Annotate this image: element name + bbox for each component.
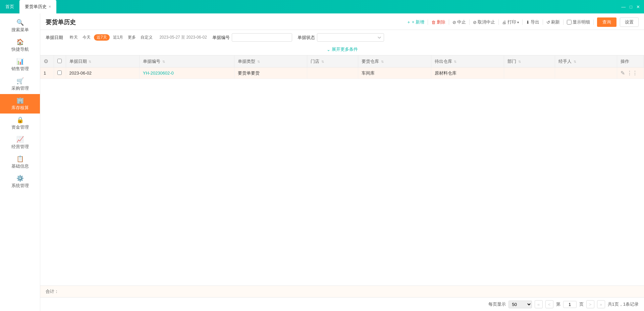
expand-more-button[interactable]: ⌄ 展开更多条件: [46, 44, 639, 55]
inventory-icon: 🏢: [16, 97, 24, 103]
sort-doc-no-icon: ⇅: [162, 60, 165, 63]
row-actions: ✎ ⋮⋮: [621, 70, 640, 76]
doc-number-input[interactable]: [232, 33, 292, 42]
sidebar-item-sales-mgmt[interactable]: 📊 销售管理: [0, 55, 40, 75]
sidebar-item-basic-info-label: 基础信息: [11, 163, 29, 169]
toolbar-divider-4: [498, 19, 499, 25]
doc-status-label: 单据状态: [298, 35, 315, 41]
content-area: 要货单历史 ＋ + 新增 🗑 删除 ⊘ 中止 ⊘: [40, 13, 644, 311]
data-table: ⚙ 单据日期 ⇅ 单据编号 ⇅: [40, 55, 644, 79]
sidebar-item-finance-mgmt[interactable]: 🔒 资金管理: [0, 114, 40, 133]
row-checkbox[interactable]: [57, 71, 62, 75]
sort-doc-type-icon: ⇅: [257, 60, 260, 63]
page-prefix-label: 第: [556, 301, 560, 307]
sidebar-item-system-mgmt-label: 系统管理: [11, 183, 29, 189]
new-button[interactable]: ＋ + 新增: [407, 19, 424, 25]
th-pending-warehouse-label: 待出仓库: [435, 59, 452, 64]
tab-close-icon[interactable]: ×: [49, 4, 51, 9]
th-doc-no[interactable]: 单据编号 ⇅: [140, 55, 234, 68]
th-pending-warehouse[interactable]: 待出仓库 ⇅: [431, 55, 504, 68]
next-page-icon: >: [589, 302, 592, 307]
sort-pending-warehouse-icon: ⇅: [454, 60, 457, 63]
quick-date-yesterday[interactable]: 昨天: [68, 34, 79, 41]
top-bar: 首页 要货单历史 × — □ ✕: [0, 0, 644, 13]
print-button[interactable]: 🖨 打印 ▾: [502, 19, 519, 25]
th-date-label: 单据日期: [69, 59, 87, 64]
quick-date-7days[interactable]: 近7天: [94, 34, 110, 41]
table-area: ⚙ 单据日期 ⇅ 单据编号 ⇅: [40, 55, 644, 285]
stop-button[interactable]: ⊘ 中止: [452, 19, 466, 25]
search-menu-icon: 🔍: [16, 19, 24, 26]
cancel-stop-button[interactable]: ⊘ 取消中止: [473, 19, 495, 25]
th-date[interactable]: 单据日期 ⇅: [66, 55, 140, 68]
prev-page-button[interactable]: <: [545, 300, 553, 308]
th-store[interactable]: 门店 ⇅: [307, 55, 358, 68]
sidebar-item-inventory-label: 库存核算: [11, 105, 29, 111]
sidebar-item-search-menu[interactable]: 🔍 搜索菜单: [0, 16, 40, 36]
top-tabs: 首页 要货单历史 ×: [0, 0, 56, 13]
per-page-label: 每页显示: [488, 301, 506, 307]
refresh-icon: ↺: [546, 20, 550, 25]
tab-purchase-history[interactable]: 要货单历史 ×: [19, 0, 56, 13]
date-range-display: 2023-05-27 至 2023-06-02: [159, 35, 207, 40]
export-button[interactable]: ⬇ 导出: [526, 19, 539, 25]
per-page-select[interactable]: 50 10 20 100: [508, 301, 532, 308]
table-body: 1 2023-06-02 YH-20230602-0 要货单要货 车间库 原材料…: [40, 68, 644, 79]
next-page-button[interactable]: >: [586, 300, 594, 308]
show-detail-checkbox[interactable]: [567, 20, 572, 25]
sidebar: 🔍 搜索菜单 🏠 快捷导航 📊 销售管理 🛒 采购管理 🏢 库存核算 🔒 资金管…: [0, 13, 40, 311]
sidebar-item-quick-nav[interactable]: 🏠 快捷导航: [0, 36, 40, 55]
last-page-button[interactable]: »: [597, 300, 605, 308]
td-actions: ✎ ⋮⋮: [617, 68, 644, 79]
th-checkbox: [54, 55, 66, 68]
sidebar-item-purchase-mgmt[interactable]: 🛒 采购管理: [0, 75, 40, 94]
expand-more-label: 展开更多条件: [332, 46, 358, 52]
tab-home[interactable]: 首页: [0, 0, 19, 13]
doc-status-filter: 单据状态: [298, 33, 639, 42]
quick-date-today[interactable]: 今天: [81, 34, 92, 41]
window-close-icon[interactable]: ✕: [636, 4, 640, 9]
doc-status-select[interactable]: [317, 33, 384, 42]
td-doc-type: 要货单要货: [234, 68, 307, 79]
sidebar-item-sales-mgmt-label: 销售管理: [11, 66, 29, 72]
system-mgmt-icon: ⚙️: [16, 175, 24, 181]
row-edit-icon[interactable]: ✎: [621, 70, 625, 76]
sidebar-item-ops-mgmt[interactable]: 📈 经营管理: [0, 133, 40, 152]
th-actions-label: 操作: [621, 59, 629, 64]
page-number-input[interactable]: [563, 301, 577, 308]
sidebar-item-inventory[interactable]: 🏢 库存核算: [0, 94, 40, 114]
quick-date-custom[interactable]: 自定义: [139, 34, 154, 41]
th-handler[interactable]: 经手人 ⇅: [555, 55, 617, 68]
quick-date-1month[interactable]: 近1月: [112, 34, 125, 41]
th-doc-type[interactable]: 单据类型 ⇅: [234, 55, 307, 68]
refresh-button[interactable]: ↺ 刷新: [546, 19, 560, 25]
doc-no-link[interactable]: YH-20230602-0: [143, 71, 174, 76]
first-page-button[interactable]: «: [535, 300, 543, 308]
show-detail-toggle[interactable]: 显示明细: [567, 19, 590, 25]
finance-mgmt-icon: 🔒: [16, 117, 24, 123]
delete-button[interactable]: 🗑 删除: [431, 19, 445, 25]
settings-col-icon[interactable]: ⚙: [44, 58, 48, 64]
sort-department-icon: ⇅: [518, 60, 521, 63]
row-more-icon[interactable]: ⋮⋮: [627, 70, 638, 76]
th-settings[interactable]: ⚙: [40, 55, 54, 68]
window-maximize-icon[interactable]: □: [630, 4, 632, 9]
window-minimize-icon[interactable]: —: [621, 4, 626, 9]
doc-number-label: 单据编号: [212, 35, 230, 41]
stop-label: 中止: [457, 19, 466, 25]
th-department[interactable]: 部门 ⇅: [504, 55, 555, 68]
filter-row-1: 单据日期 昨天 今天 近7天 近1月 更多 自定义 2023-05-27 至 2…: [46, 33, 639, 42]
sidebar-item-basic-info[interactable]: 📋 基础信息: [0, 152, 40, 172]
sidebar-item-system-mgmt[interactable]: ⚙️ 系统管理: [0, 172, 40, 191]
new-label: + 新增: [412, 19, 424, 25]
select-all-checkbox[interactable]: [57, 59, 62, 63]
th-req-warehouse[interactable]: 要货仓库 ⇅: [358, 55, 431, 68]
th-store-label: 门店: [311, 59, 319, 64]
query-button[interactable]: 查询: [597, 17, 616, 27]
new-icon: ＋: [407, 19, 411, 25]
export-label: 导出: [531, 19, 539, 25]
toolbar-divider-3: [469, 19, 470, 25]
quick-date-more[interactable]: 更多: [126, 34, 137, 41]
settings-button[interactable]: 设置: [620, 17, 639, 27]
sidebar-item-purchase-mgmt-label: 采购管理: [11, 85, 29, 91]
